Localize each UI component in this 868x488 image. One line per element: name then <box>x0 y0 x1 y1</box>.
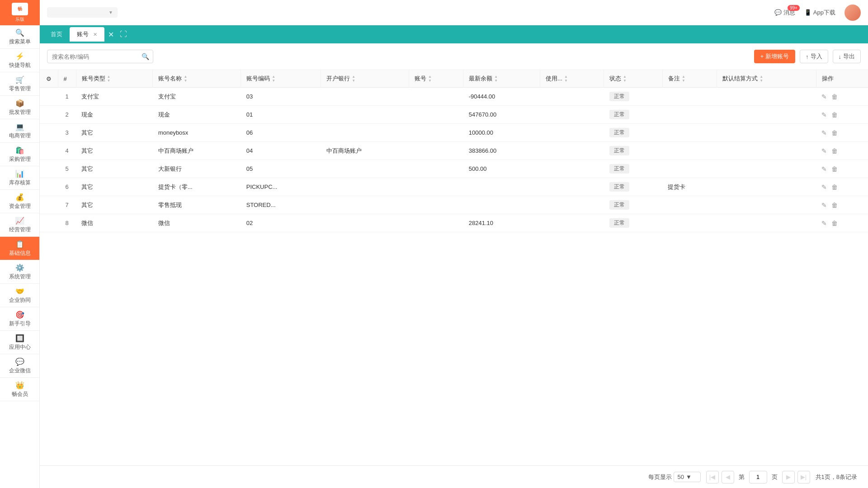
col-header-balance[interactable]: 最新余额▲▼ <box>463 70 540 88</box>
settings-icon[interactable]: ⚙ <box>46 75 52 82</box>
page-label: 第 <box>739 473 745 481</box>
topbar-search-input[interactable] <box>52 9 106 16</box>
row-code-5: PICKUPC... <box>241 178 321 196</box>
add-account-button[interactable]: + 新增账号 <box>754 50 795 63</box>
edit-button-4[interactable]: ✎ <box>821 165 827 173</box>
col-header-code[interactable]: 账号编码▲▼ <box>241 70 321 88</box>
page-size-dropdown[interactable]: 50 ▼ <box>674 472 701 482</box>
sidebar-item-membership[interactable]: 👑 畅会员 <box>0 378 39 401</box>
sidebar-item-enterprise-wechat[interactable]: 💬 企业微信 <box>0 354 39 378</box>
sort-icon-remark: ▲▼ <box>682 75 685 83</box>
topbar-app-btn[interactable]: 📱 App下载 <box>804 9 835 17</box>
topbar-avatar[interactable] <box>844 5 861 21</box>
export-button[interactable]: ↓ 导出 <box>833 50 861 63</box>
sidebar-item-basic-info[interactable]: 📋 基础信息 <box>0 237 39 260</box>
edit-button-0[interactable]: ✎ <box>821 93 827 100</box>
row-type-6: 其它 <box>76 196 153 214</box>
accounts-table: ⚙#账号类型▲▼账号名称▲▼账号编码▲▼开户银行▲▼账号▲▼最新余额▲▼使用..… <box>40 70 868 232</box>
edit-button-7[interactable]: ✎ <box>821 220 827 227</box>
search-button[interactable]: 🔍 <box>138 53 153 60</box>
row-name-3: 中百商场账户 <box>153 142 241 160</box>
row-account-1 <box>409 106 463 124</box>
sidebar-item-inventory[interactable]: 📊 库存核算 <box>0 166 39 190</box>
status-badge: 正常 <box>609 218 629 228</box>
tab-close-all-button[interactable]: ✕ <box>104 28 117 41</box>
delete-button-7[interactable]: 🗑 <box>831 220 838 227</box>
edit-button-3[interactable]: ✎ <box>821 147 827 155</box>
sidebar-item-quick-nav[interactable]: ⚡ 快捷导航 <box>0 49 39 72</box>
topbar-search[interactable]: ▼ <box>47 7 118 18</box>
sidebar-item-operation-mgmt[interactable]: 📈 经营管理 <box>0 213 39 237</box>
delete-button-2[interactable]: 🗑 <box>831 129 838 136</box>
col-label-index: # <box>64 75 67 82</box>
col-label-default_settlement: 默认结算方式 <box>722 75 758 82</box>
table-row: 7其它零售抵现STORED...正常 ✎ 🗑 <box>40 196 868 214</box>
search-box[interactable]: 🔍 <box>47 50 153 63</box>
row-balance-0: -90444.00 <box>463 88 540 106</box>
status-badge: 正常 <box>609 146 629 155</box>
tab-maximize-button[interactable]: ⛶ <box>117 28 130 41</box>
row-name-5: 提货卡（零... <box>153 178 241 196</box>
tab-account[interactable]: 账号✕ <box>70 27 104 42</box>
delete-button-3[interactable]: 🗑 <box>831 147 838 155</box>
import-button[interactable]: ↑ 导入 <box>800 50 828 63</box>
col-header-name[interactable]: 账号名称▲▼ <box>153 70 241 88</box>
col-header-status[interactable]: 状态▲▼ <box>604 70 663 88</box>
new-guide-label: 新手引导 <box>9 320 31 328</box>
sidebar-item-retail-mgmt[interactable]: 🛒 零售管理 <box>0 72 39 96</box>
col-header-type[interactable]: 账号类型▲▼ <box>76 70 153 88</box>
sort-icon-default_settlement: ▲▼ <box>760 75 763 83</box>
edit-button-2[interactable]: ✎ <box>821 129 827 136</box>
first-page-button[interactable]: |◀ <box>706 471 719 483</box>
row-name-4: 大新银行 <box>153 160 241 178</box>
next-page-button[interactable]: ▶ <box>782 471 795 483</box>
topbar-msg-btn[interactable]: 💬 消息 99+ <box>774 9 795 17</box>
topbar-right: 💬 消息 99+ 📱 App下载 <box>774 5 861 21</box>
col-header-remark[interactable]: 备注▲▼ <box>662 70 717 88</box>
sidebar-item-wholesale-mgmt[interactable]: 📦 批发管理 <box>0 96 39 119</box>
delete-button-5[interactable]: 🗑 <box>831 183 838 191</box>
app-label: App下载 <box>813 9 835 17</box>
row-usage-5 <box>540 178 604 196</box>
last-page-button[interactable]: ▶| <box>797 471 810 483</box>
tab-label-account: 账号 <box>77 30 89 38</box>
row-type-1: 现金 <box>76 106 153 124</box>
col-header-default_settlement[interactable]: 默认结算方式▲▼ <box>717 70 816 88</box>
row-remark-6 <box>662 196 717 214</box>
tab-home[interactable]: 首页 <box>43 27 70 42</box>
row-status-4: 正常 <box>604 160 663 178</box>
sidebar-item-new-guide[interactable]: 🎯 新手引导 <box>0 307 39 331</box>
row-code-7: 02 <box>241 214 321 232</box>
delete-button-6[interactable]: 🗑 <box>831 202 838 209</box>
delete-button-0[interactable]: 🗑 <box>831 93 838 100</box>
sidebar-item-ecommerce-mgmt[interactable]: 💻 电商管理 <box>0 119 39 143</box>
delete-button-4[interactable]: 🗑 <box>831 165 838 173</box>
row-code-3: 04 <box>241 142 321 160</box>
sidebar-item-system-mgmt[interactable]: ⚙️ 系统管理 <box>0 260 39 284</box>
search-input[interactable] <box>47 53 138 60</box>
edit-button-6[interactable]: ✎ <box>821 202 827 209</box>
sidebar-item-finance-mgmt[interactable]: 💰 资金管理 <box>0 190 39 213</box>
page-number-input[interactable] <box>749 471 767 483</box>
col-header-usage[interactable]: 使用...▲▼ <box>540 70 604 88</box>
sidebar-item-enterprise-agreement[interactable]: 🤝 企业协同 <box>0 284 39 307</box>
import-icon: ↑ <box>806 53 809 60</box>
sidebar-item-search-menu[interactable]: 🔍 搜索菜单 <box>0 25 39 49</box>
row-balance-1: 547670.00 <box>463 106 540 124</box>
row-balance-4: 500.00 <box>463 160 540 178</box>
edit-button-5[interactable]: ✎ <box>821 183 827 191</box>
row-default-settlement-2 <box>717 124 816 142</box>
toolbar-left: 🔍 <box>47 50 153 63</box>
row-balance-7: 28241.10 <box>463 214 540 232</box>
sidebar-item-purchase-mgmt[interactable]: 🛍️ 采购管理 <box>0 143 39 166</box>
col-header-account[interactable]: 账号▲▼ <box>409 70 463 88</box>
prev-page-button[interactable]: ◀ <box>722 471 734 483</box>
row-actions-4: ✎ 🗑 <box>816 160 868 178</box>
sidebar-item-app-center[interactable]: 🔲 应用中心 <box>0 331 39 354</box>
delete-button-1[interactable]: 🗑 <box>831 111 838 118</box>
main-content: ▼ 💬 消息 99+ 📱 App下载 首页账号✕ ✕⛶ <box>40 0 868 488</box>
col-label-balance: 最新余额 <box>469 75 492 82</box>
edit-button-1[interactable]: ✎ <box>821 111 827 118</box>
tab-close-account[interactable]: ✕ <box>93 32 97 38</box>
col-header-bank[interactable]: 开户银行▲▼ <box>321 70 409 88</box>
